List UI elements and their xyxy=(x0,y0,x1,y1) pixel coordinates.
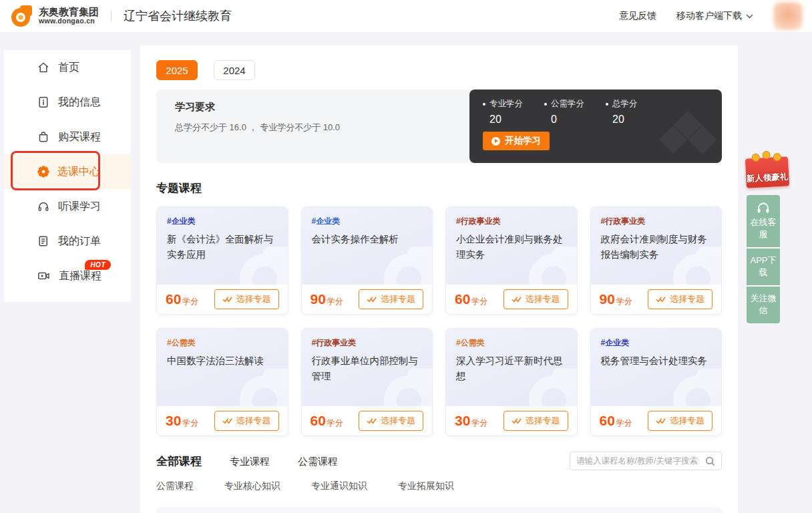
credit-stats-panel: 专业学分 20 公需学分 0 总学分 20 开始学习 xyxy=(469,90,722,163)
all-courses-title: 全部课程 xyxy=(156,454,202,469)
topic-tag: #行政事业类 xyxy=(601,216,712,227)
topic-card[interactable]: #行政事业类 行政事业单位内部控制与管理 60 学分 选择专题 xyxy=(301,328,433,436)
course-search-box xyxy=(570,452,722,470)
bullet-dot xyxy=(606,103,608,106)
subtab-general-knowledge[interactable]: 专业通识知识 xyxy=(311,480,367,492)
select-topic-label: 选择专题 xyxy=(381,293,415,305)
topic-credits: 30 学分 xyxy=(166,413,198,429)
topic-card[interactable]: #企业类 新《会计法》全面解析与实务应用 60 学分 选择专题 xyxy=(156,206,288,315)
select-topic-label: 选择专题 xyxy=(381,415,415,427)
logo-name: 东奥教育集团 xyxy=(39,7,99,18)
start-learning-label: 开始学习 xyxy=(505,135,541,147)
double-check-icon xyxy=(512,417,522,424)
year-tabs: 2025 2024 xyxy=(156,60,722,80)
avatar[interactable] xyxy=(773,2,803,30)
search-icon[interactable] xyxy=(705,456,715,466)
play-icon xyxy=(491,137,500,146)
select-topic-button[interactable]: 选择专题 xyxy=(648,289,713,309)
headphones-icon xyxy=(37,200,49,212)
topic-title: 税务管理与会计处理实务 xyxy=(601,353,712,369)
service-label: APP下载 xyxy=(750,255,776,277)
app-download-menu[interactable]: 移动客户端下载 xyxy=(676,10,753,22)
hot-badge: HOT xyxy=(85,260,111,270)
start-learning-button[interactable]: 开始学习 xyxy=(483,132,550,150)
bullet-dot xyxy=(483,103,485,106)
topics-section-title: 专题课程 xyxy=(156,180,722,196)
sidebar-item-course-center[interactable]: 选课中心 xyxy=(4,154,131,189)
select-topic-button[interactable]: 选择专题 xyxy=(503,411,568,431)
stat-value: 20 xyxy=(483,114,523,126)
main-content: 2025 2024 学习要求 总学分不少于 16.0 ， 专业学分不少于 10.… xyxy=(140,45,738,513)
dongao-watermark-icon xyxy=(379,243,432,285)
sidebar-item-label: 听课学习 xyxy=(58,200,101,214)
topic-card[interactable]: #行政事业类 小企业会计准则与账务处理实务 60 学分 选择专题 xyxy=(445,206,578,315)
feedback-link[interactable]: 意见反馈 xyxy=(619,10,656,22)
topic-title: 中国数字法治三法解读 xyxy=(167,353,278,369)
select-topic-button[interactable]: 选择专题 xyxy=(359,411,423,431)
sidebar-item-label: 购买课程 xyxy=(58,130,101,144)
video-icon xyxy=(37,270,50,282)
topic-card[interactable]: #公需类 深入学习习近平新时代思想 30 学分 选择专题 xyxy=(445,328,578,436)
site-title: 辽宁省会计继续教育 xyxy=(124,8,232,24)
coin-icon xyxy=(752,154,761,162)
year-tab-2024[interactable]: 2024 xyxy=(214,60,255,80)
learning-requirements-box: 学习要求 总学分不少于 16.0 ， 专业学分不少于 10.0 专业学分 20 … xyxy=(156,90,722,163)
select-topic-label: 选择专题 xyxy=(670,415,704,427)
select-topic-button[interactable]: 选择专题 xyxy=(214,411,279,431)
header: 东奥教育集团 www.dongao.cn 辽宁省会计继续教育 意见反馈 移动客户… xyxy=(0,0,812,32)
sidebar-item-my-orders[interactable]: 我的订单 xyxy=(4,224,131,259)
select-topic-button[interactable]: 选择专题 xyxy=(503,289,568,309)
topic-credits: 30 学分 xyxy=(455,413,487,429)
wechat-follow-button[interactable]: 关注微信 xyxy=(747,287,780,323)
online-service-button[interactable]: 在线客服 xyxy=(747,195,780,248)
app-download-button[interactable]: APP下载 xyxy=(747,248,780,287)
topic-credits: 60 学分 xyxy=(311,413,343,429)
tab-public-courses[interactable]: 公需课程 xyxy=(298,456,338,468)
sidebar: 首页 我的信息 购买课程 选课中心 听课学习 xyxy=(4,50,131,302)
subtab-public-courses[interactable]: 公需课程 xyxy=(156,480,194,492)
stat-label: 专业学分 xyxy=(489,98,523,110)
select-topic-button[interactable]: 选择专题 xyxy=(648,411,713,431)
stat-value: 20 xyxy=(606,114,638,126)
home-icon xyxy=(37,61,49,73)
stat-label: 公需学分 xyxy=(551,98,584,110)
service-sidebar: 在线客服 APP下载 关注微信 xyxy=(747,195,780,323)
dongao-logo[interactable]: 东奥教育集团 www.dongao.cn xyxy=(9,4,99,28)
topic-title: 会计实务操作全解析 xyxy=(312,232,423,247)
topic-tag: #公需类 xyxy=(167,337,278,349)
double-check-icon xyxy=(367,417,377,424)
gear-icon xyxy=(37,166,49,178)
dongao-logo-icon xyxy=(9,4,33,28)
sidebar-item-live-courses[interactable]: 直播课程 HOT xyxy=(4,259,131,293)
header-divider xyxy=(111,10,112,22)
sidebar-item-listen-learn[interactable]: 听课学习 xyxy=(4,189,131,224)
sidebar-item-my-info[interactable]: 我的信息 xyxy=(4,85,131,120)
topic-card[interactable]: #企业类 会计实务操作全解析 90 学分 选择专题 xyxy=(301,206,433,315)
subtab-extended-knowledge[interactable]: 专业拓展知识 xyxy=(398,480,454,492)
search-input[interactable] xyxy=(576,456,705,466)
double-check-icon xyxy=(222,296,232,303)
select-topic-label: 选择专题 xyxy=(526,415,560,427)
select-topic-button[interactable]: 选择专题 xyxy=(359,289,423,309)
subtab-core-knowledge[interactable]: 专业核心知识 xyxy=(224,480,280,492)
topic-card[interactable]: #企业类 税务管理与会计处理实务 60 学分 选择专题 xyxy=(590,328,723,436)
service-label: 关注微信 xyxy=(751,293,777,315)
sidebar-item-label: 我的订单 xyxy=(58,234,101,248)
sidebar-item-buy-courses[interactable]: 购买课程 xyxy=(4,120,131,154)
sidebar-item-home[interactable]: 首页 xyxy=(4,50,131,85)
topic-card[interactable]: #公需类 中国数字法治三法解读 30 学分 选择专题 xyxy=(156,328,288,436)
new-user-gift-banner[interactable]: 新人领豪礼 xyxy=(740,152,795,196)
topic-tag: #企业类 xyxy=(601,337,712,349)
double-check-icon xyxy=(656,417,666,424)
topic-card[interactable]: #行政事业类 政府会计准则制度与财务报告编制实务 90 学分 选择专题 xyxy=(590,206,723,315)
topic-credits: 60 学分 xyxy=(600,413,632,429)
coin-icon xyxy=(762,151,771,160)
select-topic-button[interactable]: 选择专题 xyxy=(214,289,279,309)
topic-tag: #企业类 xyxy=(167,216,278,227)
year-tab-2025[interactable]: 2025 xyxy=(156,60,198,80)
tab-professional-courses[interactable]: 专业课程 xyxy=(230,456,270,468)
info-doc-icon xyxy=(37,96,49,108)
select-topic-label: 选择专题 xyxy=(526,293,560,305)
double-check-icon xyxy=(367,296,377,303)
double-check-icon xyxy=(512,296,522,303)
